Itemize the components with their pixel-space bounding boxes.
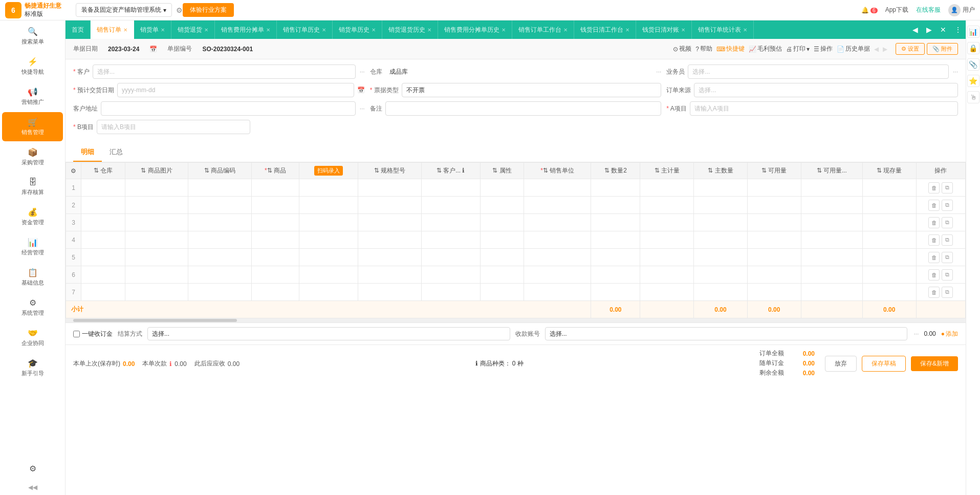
right-icon-stats[interactable]: 📊 bbox=[967, 26, 979, 38]
row-available[interactable] bbox=[747, 266, 801, 284]
row-product-code[interactable] bbox=[188, 249, 252, 266]
row-product-code[interactable] bbox=[188, 179, 252, 197]
row-copy-button[interactable]: ⧉ bbox=[942, 217, 953, 228]
customer-input[interactable] bbox=[93, 64, 356, 79]
right-icon-cursor[interactable]: 🖱 bbox=[967, 91, 979, 103]
row-copy-button[interactable]: ⧉ bbox=[942, 287, 953, 298]
sidebar-collapse-button[interactable]: ◀◀ bbox=[0, 480, 65, 495]
row-available[interactable] bbox=[747, 214, 801, 231]
row-product[interactable] bbox=[251, 284, 299, 301]
row-customer-code[interactable] bbox=[421, 249, 480, 266]
row-available2[interactable] bbox=[801, 249, 862, 266]
row-main-unit[interactable] bbox=[640, 179, 694, 197]
row-product-image[interactable] bbox=[125, 197, 188, 214]
tab-close-icon[interactable]: ✕ bbox=[427, 27, 431, 33]
row-attributes[interactable] bbox=[480, 266, 524, 284]
a-project-input[interactable] bbox=[690, 101, 958, 116]
sidebar-item-inventory[interactable]: 🗄 库存核算 bbox=[2, 173, 63, 201]
industry-plan-button[interactable]: 体验行业方案 bbox=[183, 3, 234, 17]
row-copy-button[interactable]: ⧉ bbox=[942, 182, 953, 193]
row-current-stock[interactable] bbox=[862, 179, 916, 197]
sidebar-item-system[interactable]: ⚙ 系统管理 bbox=[2, 293, 63, 322]
row-attributes[interactable] bbox=[480, 197, 524, 214]
tab-close-all-button[interactable]: ✕ bbox=[936, 20, 950, 39]
row-product[interactable] bbox=[251, 266, 299, 284]
app-download-link[interactable]: App下载 bbox=[885, 6, 908, 14]
row-customer-code[interactable] bbox=[421, 179, 480, 197]
delivery-calendar-icon[interactable]: 📅 bbox=[357, 87, 365, 94]
row-main-unit[interactable] bbox=[640, 214, 694, 231]
row-quantity2[interactable] bbox=[591, 266, 640, 284]
row-spec[interactable] bbox=[358, 231, 422, 249]
row-warehouse[interactable] bbox=[81, 197, 125, 214]
user-menu[interactable]: 👤 用户 bbox=[948, 4, 975, 16]
row-delete-button[interactable]: 🗑 bbox=[928, 269, 940, 281]
settings-icon[interactable]: ⚙ bbox=[176, 6, 183, 14]
col-settings[interactable]: ⚙ bbox=[66, 163, 81, 179]
row-main-quantity[interactable] bbox=[694, 231, 748, 249]
message-icon[interactable]: 🔔 6 bbox=[861, 7, 878, 14]
nav-tab-sales-refund-history[interactable]: 销货退货历史 ✕ bbox=[382, 20, 438, 39]
nav-tab-sales-expense-history[interactable]: 销售费用分摊单历史 ✕ bbox=[438, 20, 512, 39]
salesperson-input[interactable] bbox=[688, 64, 949, 79]
row-available[interactable] bbox=[747, 249, 801, 266]
row-copy-button[interactable]: ⧉ bbox=[942, 252, 953, 263]
row-warehouse[interactable] bbox=[81, 266, 125, 284]
nav-tab-sales-order-stats[interactable]: 销售订单统计表 ✕ bbox=[692, 20, 754, 39]
row-main-unit[interactable] bbox=[640, 231, 694, 249]
row-sales-unit[interactable] bbox=[524, 214, 591, 231]
row-available[interactable] bbox=[747, 197, 801, 214]
account-select[interactable]: 选择... bbox=[545, 327, 908, 340]
row-quantity2[interactable] bbox=[591, 179, 640, 197]
row-warehouse[interactable] bbox=[81, 284, 125, 301]
row-main-unit[interactable] bbox=[640, 197, 694, 214]
settings-icon-btn[interactable]: ⚙ 设置 bbox=[896, 43, 925, 55]
nav-tab-home[interactable]: 首页 bbox=[66, 20, 91, 39]
row-main-quantity[interactable] bbox=[694, 284, 748, 301]
right-icon-star[interactable]: ⭐ bbox=[967, 75, 979, 87]
nav-tab-sales-expense-split[interactable]: 销售费用分摊单 ✕ bbox=[215, 20, 277, 39]
row-available2[interactable] bbox=[801, 197, 862, 214]
row-product-code[interactable] bbox=[188, 231, 252, 249]
row-current-stock[interactable] bbox=[862, 197, 916, 214]
tab-close-icon[interactable]: ✕ bbox=[625, 27, 629, 33]
row-copy-button[interactable]: ⧉ bbox=[942, 234, 953, 246]
row-product-code[interactable] bbox=[188, 284, 252, 301]
row-copy-button[interactable]: ⧉ bbox=[942, 200, 953, 211]
nav-tab-sales-order-history[interactable]: 销售订单历史 ✕ bbox=[277, 20, 333, 39]
nav-tab-sales-order[interactable]: 销售订单 ✕ bbox=[91, 20, 134, 39]
row-delete-button[interactable]: 🗑 bbox=[928, 182, 940, 193]
online-service-link[interactable]: 在线客服 bbox=[916, 6, 941, 14]
row-main-unit[interactable] bbox=[640, 249, 694, 266]
row-customer-code[interactable] bbox=[421, 284, 480, 301]
row-main-unit[interactable] bbox=[640, 266, 694, 284]
sidebar-item-guide[interactable]: 🎓 新手引导 bbox=[2, 353, 63, 382]
tab-close-icon[interactable]: ✕ bbox=[161, 27, 165, 33]
sidebar-item-sales[interactable]: 🛒 销售管理 bbox=[2, 112, 63, 141]
right-icon-attachment[interactable]: 📎 bbox=[967, 58, 979, 71]
tab-close-icon[interactable]: ✕ bbox=[563, 27, 568, 33]
row-product-image[interactable] bbox=[125, 179, 188, 197]
tab-summary[interactable]: 汇总 bbox=[102, 143, 130, 162]
row-attributes[interactable] bbox=[480, 179, 524, 197]
row-attributes[interactable] bbox=[480, 249, 524, 266]
row-warehouse[interactable] bbox=[81, 231, 125, 249]
row-product-image[interactable] bbox=[125, 214, 188, 231]
row-quantity2[interactable] bbox=[591, 249, 640, 266]
row-available2[interactable] bbox=[801, 231, 862, 249]
row-main-unit[interactable] bbox=[640, 284, 694, 301]
sidebar-item-search[interactable]: 🔍 搜索菜单 bbox=[2, 21, 63, 51]
row-spec[interactable] bbox=[358, 179, 422, 197]
row-main-quantity[interactable] bbox=[694, 266, 748, 284]
row-warehouse[interactable] bbox=[81, 179, 125, 197]
row-customer-code[interactable] bbox=[421, 266, 480, 284]
customer-more-icon[interactable]: ··· bbox=[360, 68, 365, 75]
row-available2[interactable] bbox=[801, 179, 862, 197]
col-scan[interactable]: 扫码录入 bbox=[299, 163, 358, 179]
tab-detail[interactable]: 明细 bbox=[73, 143, 102, 162]
row-customer-code[interactable] bbox=[421, 214, 480, 231]
sidebar-item-finance[interactable]: 💰 资金管理 bbox=[2, 202, 63, 231]
operate-link[interactable]: ☰ 操作 bbox=[814, 45, 833, 53]
b-project-input[interactable] bbox=[97, 120, 250, 134]
row-warehouse[interactable] bbox=[81, 214, 125, 231]
